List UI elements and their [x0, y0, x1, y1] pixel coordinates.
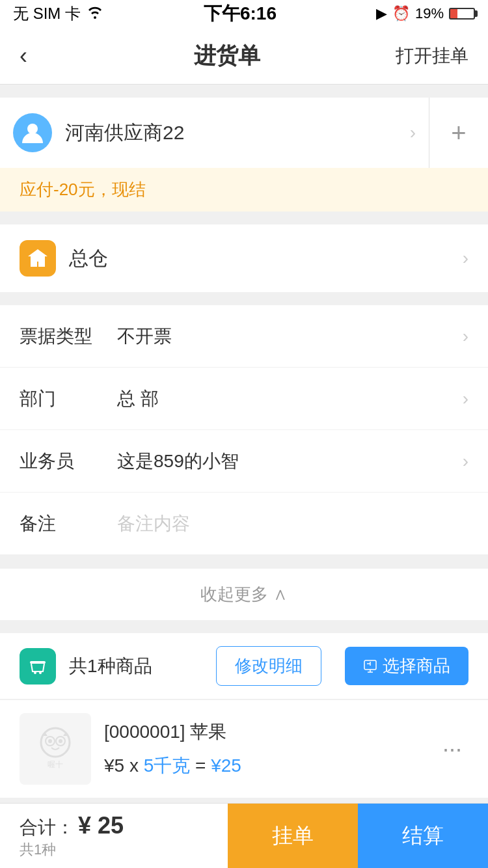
content-body: 河南供应商22 › + 应付-20元，现结 总仓 › 票据类型 不开票 › 部门… — [0, 85, 488, 863]
product-total-price: ¥25 — [211, 755, 241, 776]
warehouse-icon — [20, 240, 56, 277]
invoice-type-value: 不开票 — [111, 324, 463, 349]
supplier-main[interactable]: 河南供应商22 › — [0, 98, 429, 168]
warehouse-row[interactable]: 总仓 › — [0, 224, 488, 292]
battery-percent: 19% — [415, 5, 444, 22]
select-product-button[interactable]: 选择商品 — [345, 647, 468, 685]
section-gap-1 — [0, 85, 488, 98]
warehouse-name: 总仓 — [69, 245, 450, 272]
svg-point-3 — [39, 671, 42, 674]
supplier-name: 河南供应商22 — [65, 120, 397, 146]
department-label: 部门 — [20, 387, 111, 411]
svg-point-13 — [59, 739, 62, 743]
total-section: 合计： ¥ 25 共1种 — [0, 804, 228, 868]
person-icon — [21, 121, 44, 144]
total-label: 合计： — [20, 815, 74, 840]
form-section: 票据类型 不开票 › 部门 总 部 › 业务员 这是859的小智 › 备注 备注… — [0, 305, 488, 555]
invoice-type-label: 票据类型 — [20, 324, 111, 349]
department-chevron-icon: › — [463, 388, 468, 409]
hang-button[interactable]: 挂单 — [228, 804, 358, 868]
supplier-chevron-icon: › — [410, 122, 416, 143]
supplier-avatar — [13, 113, 52, 152]
product-equals-icon: = — [195, 755, 211, 776]
house-icon — [27, 247, 49, 269]
svg-point-0 — [27, 124, 38, 134]
salesperson-value: 这是859的小智 — [111, 449, 463, 474]
supplier-add-button[interactable]: + — [429, 98, 488, 168]
product-quantity: 5千克 — [144, 755, 191, 776]
product-price: ¥5 x 5千克 = ¥25 — [104, 753, 423, 778]
form-row-salesperson[interactable]: 业务员 这是859的小智 › — [0, 430, 488, 493]
svg-point-2 — [34, 671, 36, 674]
supplier-section: 河南供应商22 › + — [0, 98, 488, 168]
location-icon: ▶ — [376, 5, 387, 22]
product-more-button[interactable]: ··· — [436, 729, 468, 769]
total-amount: ¥ 25 — [78, 812, 124, 839]
department-value: 总 部 — [111, 387, 463, 411]
wifi-icon — [86, 5, 104, 23]
carrier-label: 无 SIM 卡 — [13, 3, 81, 24]
collapse-label: 收起更多 ∧ — [200, 583, 287, 606]
form-row-department[interactable]: 部门 总 部 › — [0, 368, 488, 430]
plus-icon: + — [451, 118, 466, 148]
select-product-label: 选择商品 — [383, 655, 450, 677]
form-row-invoice-type[interactable]: 票据类型 不开票 › — [0, 305, 488, 368]
invoice-type-chevron-icon: › — [463, 326, 468, 347]
salesperson-label: 业务员 — [20, 449, 111, 474]
edit-detail-button[interactable]: 修改明细 — [216, 646, 321, 686]
nav-bar: ‹ 进货单 打开挂单 — [0, 27, 488, 85]
product-info: [0000001] 苹果 ¥5 x 5千克 = ¥25 — [104, 720, 423, 778]
svg-text:喔十: 喔十 — [47, 760, 63, 769]
salesperson-chevron-icon: › — [463, 451, 468, 472]
total-count: 共1种 — [20, 840, 208, 860]
form-row-remark[interactable]: 备注 备注内容 — [0, 493, 488, 555]
product-count-label: 共1种商品 — [69, 654, 203, 679]
product-section-icon — [20, 648, 56, 685]
status-left: 无 SIM 卡 — [13, 3, 104, 24]
product-name: [0000001] 苹果 — [104, 720, 423, 744]
alarm-icon: ⏰ — [392, 5, 410, 22]
product-unit-price: ¥5 — [104, 755, 124, 776]
settle-button[interactable]: 结算 — [358, 804, 488, 868]
notice-text: 应付-20元，现结 — [20, 180, 146, 199]
status-right: ▶ ⏰ 19% — [376, 5, 475, 22]
svg-point-12 — [48, 739, 52, 743]
select-product-icon — [363, 659, 377, 673]
back-button[interactable]: ‹ — [20, 42, 59, 70]
status-time: 下午6:16 — [204, 1, 277, 26]
open-hang-button[interactable]: 打开挂单 — [396, 44, 468, 68]
product-title: 苹果 — [190, 722, 226, 742]
remark-value: 备注内容 — [111, 511, 468, 536]
product-thumbnail: 喔十 — [20, 713, 91, 785]
owl-logo-icon: 喔十 — [29, 723, 81, 775]
product-item: 喔十 [0000001] 苹果 ¥5 x 5千克 = ¥25 ··· — [0, 700, 488, 798]
svg-rect-1 — [30, 661, 46, 664]
product-multiply-icon: x — [129, 755, 144, 776]
cart-icon — [27, 656, 48, 677]
battery-icon — [449, 8, 475, 20]
warehouse-chevron-icon: › — [463, 248, 468, 269]
status-bar: 无 SIM 卡 下午6:16 ▶ ⏰ 19% — [0, 0, 488, 27]
product-header: 共1种商品 修改明细 选择商品 — [0, 633, 488, 699]
notice-bar: 应付-20元，现结 — [0, 168, 488, 211]
page-title: 进货单 — [194, 41, 260, 71]
total-row: 合计： ¥ 25 — [20, 812, 208, 840]
collapse-row[interactable]: 收起更多 ∧ — [0, 568, 488, 620]
bottom-bar: 合计： ¥ 25 共1种 挂单 结算 — [0, 803, 488, 868]
remark-label: 备注 — [20, 511, 111, 536]
product-code: [0000001] — [104, 722, 185, 742]
